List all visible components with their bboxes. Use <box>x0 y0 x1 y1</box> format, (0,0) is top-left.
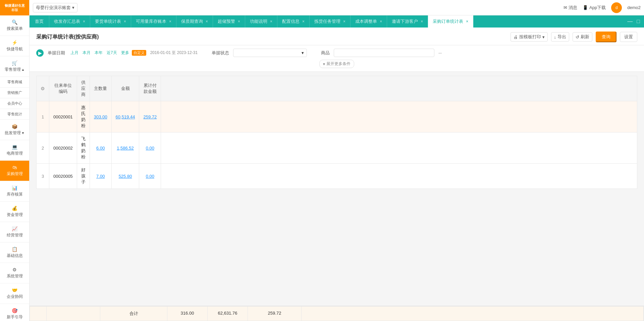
sidebar-item-retail-stats[interactable]: 零售统计 <box>0 109 29 120</box>
tab-close-icon[interactable]: × <box>421 19 423 24</box>
shortcut-this-year[interactable]: 本年 <box>93 50 104 56</box>
shortcut-this-month[interactable]: 本月 <box>81 50 92 56</box>
tab-close-icon[interactable]: × <box>169 19 171 24</box>
app-logo: 畅捷通好生意 标版 <box>0 0 29 15</box>
tab-receipt-summary[interactable]: 收发存汇总表 × <box>49 15 90 28</box>
app-download-label: App下载 <box>589 5 606 11</box>
refresh-label: 刷新 <box>581 34 589 40</box>
sidebar-item-wholesale[interactable]: 📦 批发管理 ▼ <box>0 120 29 140</box>
sidebar-item-operations[interactable]: 📈 经营管理 <box>0 222 29 243</box>
shortcut-more[interactable]: 更多 <box>120 50 130 56</box>
cell-qty[interactable]: 6.00 <box>90 132 111 164</box>
filter-expand-button[interactable]: ▶ <box>36 49 44 57</box>
sidebar-item-ecommerce[interactable]: 💻 电商管理 <box>0 140 29 161</box>
topbar: 母婴行业演示账套 ▾ ✉ 消息 📱 App下载 d demo2 <box>30 0 644 15</box>
expand-more-button[interactable]: ▾ 展开更多条件 <box>319 60 354 68</box>
tab-close-icon[interactable]: × <box>343 19 345 24</box>
main-area: 母婴行业演示账套 ▾ ✉ 消息 📱 App下载 d demo2 首页 收发存汇总… <box>30 0 644 321</box>
cell-code: 00020005 <box>49 164 77 189</box>
goods-input[interactable] <box>334 49 434 57</box>
expand-chevron-down-icon: ▾ <box>323 62 325 66</box>
tab-close-icon[interactable]: × <box>124 19 126 24</box>
cell-paid[interactable]: 259.72 <box>139 101 161 132</box>
tab-label: 成本调整单 <box>355 18 377 24</box>
sidebar-item-label: 搜索菜单 <box>7 26 23 32</box>
shortcut-7days[interactable]: 近7天 <box>105 50 118 56</box>
sidebar-item-collab[interactable]: 🤝 企业协同 <box>0 283 29 304</box>
message-action[interactable]: ✉ 消息 <box>564 5 577 11</box>
sidebar-item-inventory[interactable]: 📊 库存核算 <box>0 181 29 202</box>
print-button[interactable]: 🖨 按模板打印 ▾ <box>511 32 548 42</box>
tab-label: 收发存汇总表 <box>54 18 80 24</box>
sidebar-item-system[interactable]: ⚙ 系统管理 <box>0 263 29 283</box>
cell-qty[interactable]: 7.00 <box>90 164 111 189</box>
tab-close-icon[interactable]: × <box>270 19 272 24</box>
custom-date-badge[interactable]: 自定义 <box>132 50 146 56</box>
cell-supplier: 飞鹤奶粉 <box>77 132 90 164</box>
sidebar-item-retail-mgmt[interactable]: 🛒 零售管理 ▲ <box>0 56 29 77</box>
data-table: ⚙ 往来单位编码 供应商 主数量 金额 累计付款金额 1 00020001 <box>36 76 637 189</box>
refresh-button[interactable]: ↺ 刷新 <box>573 32 592 42</box>
print-label: 按模板打印 <box>519 34 541 40</box>
tab-close-icon[interactable]: × <box>238 19 240 24</box>
tab-expiry[interactable]: 保质期查询 × <box>176 15 213 28</box>
col-supplier-header: 供应商 <box>77 76 90 101</box>
topbar-right: ✉ 消息 📱 App下载 d demo2 <box>564 2 641 13</box>
tab-overstock[interactable]: 超储预警 × <box>213 15 245 28</box>
sidebar-item-search[interactable]: 🔍 搜索菜单 <box>0 15 29 36</box>
workspace-selector[interactable]: 母婴行业演示账套 ▾ <box>33 3 77 12</box>
footer-seq-cell <box>30 307 47 321</box>
tab-cost-adjust[interactable]: 成本调整单 × <box>351 15 387 28</box>
tab-close-icon[interactable]: × <box>302 19 305 24</box>
sidebar-item-label: 新手引导 <box>7 314 23 320</box>
tab-config[interactable]: 配置信息 × <box>277 15 310 28</box>
shortcut-last-month[interactable]: 上月 <box>69 50 80 56</box>
cell-amount[interactable]: 525.80 <box>111 164 139 189</box>
user-avatar[interactable]: d <box>611 2 622 13</box>
tab-picking[interactable]: 拣货任务管理 × <box>310 15 351 28</box>
sidebar-item-label: 批发管理 <box>5 130 21 136</box>
cell-paid[interactable]: 0.00 <box>139 164 161 189</box>
tab-available-stock[interactable]: 可用量库存账本 × <box>131 15 176 28</box>
app-download-action[interactable]: 📱 App下载 <box>583 5 606 11</box>
sidebar-item-finance[interactable]: 💰 资金管理 <box>0 202 29 222</box>
cell-amount[interactable]: 60,519.44 <box>111 101 139 132</box>
tab-maximize-icon[interactable]: □ <box>635 18 641 25</box>
export-button[interactable]: ↓ 导出 <box>551 32 570 42</box>
tab-close-icon[interactable]: × <box>83 19 85 24</box>
tab-label: 拣货任务管理 <box>314 18 340 24</box>
tab-home[interactable]: 首页 <box>30 15 49 28</box>
tab-label: 超储预警 <box>218 18 235 24</box>
tab-minimize-icon[interactable]: — <box>626 18 634 25</box>
sidebar-item-shortcut[interactable]: ⚡ 快捷导航 <box>0 36 29 56</box>
tab-order-stats[interactable]: 要货单统计表 × <box>90 15 131 28</box>
download-icon: 📱 <box>583 5 588 10</box>
guide-icon: 🎯 <box>12 308 17 313</box>
status-select[interactable]: ▾ <box>233 49 307 57</box>
tab-purchase-summary[interactable]: 采购订单统计表 × <box>428 15 473 28</box>
date-shortcuts: 上月 本月 本年 近7天 更多 自定义 <box>69 50 146 56</box>
tab-function-desc[interactable]: 功能说明 × <box>245 15 277 28</box>
sidebar-item-guide[interactable]: 🎯 新手引导 <box>0 304 29 321</box>
tab-invite-customer[interactable]: 邀请下游客户 × <box>387 15 428 28</box>
cell-paid[interactable]: 0.00 <box>139 132 161 164</box>
workspace-chevron: ▾ <box>72 5 74 10</box>
filter-more-icon[interactable]: ··· <box>438 51 442 55</box>
query-button[interactable]: 查询 <box>596 32 616 42</box>
sidebar-item-marketing[interactable]: 营销推广 <box>0 88 29 98</box>
tab-close-icon[interactable]: × <box>206 19 208 24</box>
cell-qty[interactable]: 303.00 <box>90 101 111 132</box>
column-settings-icon[interactable]: ⚙ <box>41 86 45 91</box>
cell-amount[interactable]: 1,586.52 <box>111 132 139 164</box>
sidebar-item-purchase[interactable]: 🛍 采购管理 <box>0 161 29 181</box>
finance-icon: 💰 <box>12 206 17 211</box>
sidebar-item-members[interactable]: 会员中心 <box>0 98 29 109</box>
tab-close-icon[interactable]: × <box>466 19 468 24</box>
sidebar-item-basic-info[interactable]: 📋 基础信息 <box>0 243 29 263</box>
refresh-icon: ↺ <box>576 35 579 40</box>
tab-close-icon[interactable]: × <box>380 19 382 24</box>
sidebar-item-label: 库存核算 <box>7 192 23 197</box>
cell-seq: 1 <box>37 101 49 132</box>
settings-button[interactable]: 设置 <box>620 32 637 42</box>
sidebar-item-retail-store[interactable]: 零售商城 <box>0 77 29 88</box>
